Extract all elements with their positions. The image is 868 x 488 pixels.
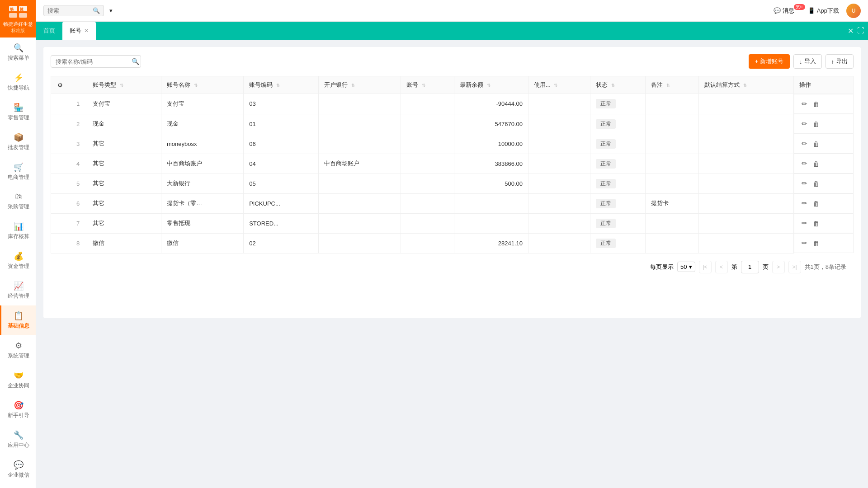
- basic-info-icon: 📋: [14, 311, 24, 321]
- delete-button[interactable]: 🗑: [811, 239, 821, 248]
- last-page-button[interactable]: >|: [788, 261, 801, 273]
- sidebar-item-basic-info[interactable]: 📋 基础信息: [0, 305, 36, 335]
- sidebar-item-new-guide[interactable]: 🎯 新手引导: [0, 395, 36, 425]
- sidebar-item-member[interactable]: 👥 畅会员: [0, 484, 36, 488]
- user-avatar[interactable]: U: [846, 4, 861, 18]
- table-search-icon[interactable]: 🔍: [132, 58, 139, 65]
- close-tab-icon[interactable]: ✕: [848, 27, 854, 35]
- next-page-button[interactable]: >: [772, 261, 785, 273]
- sidebar-item-system-mgmt[interactable]: ⚙ 系统管理: [0, 335, 36, 365]
- edit-button[interactable]: ✏: [800, 159, 809, 169]
- per-page-select[interactable]: 50 ▾: [677, 262, 695, 272]
- col-account-no[interactable]: 账号 ⇅: [401, 76, 454, 94]
- delete-button[interactable]: 🗑: [811, 219, 821, 228]
- header-search[interactable]: 🔍: [43, 5, 104, 16]
- content-area: 🔍 + 新增账号 ↓ 导入 ↑ 导出: [36, 40, 868, 488]
- tab-account[interactable]: 账号 ✕: [62, 22, 96, 40]
- sort-usage-icon: ⇅: [554, 83, 557, 88]
- delete-button[interactable]: 🗑: [811, 159, 821, 169]
- col-bank[interactable]: 开户银行 ⇅: [318, 76, 401, 94]
- table-row: 7 其它 零售抵现 STORED... 正常 ✏ 🗑: [51, 213, 854, 233]
- header-search-input[interactable]: [47, 7, 93, 14]
- app-download-button[interactable]: 📱 App下载: [808, 7, 839, 15]
- delete-button[interactable]: 🗑: [811, 139, 821, 149]
- add-account-button[interactable]: + 新增账号: [749, 54, 790, 69]
- sidebar-item-purchase-mgmt[interactable]: 🛍 采购管理: [0, 187, 36, 216]
- delete-button[interactable]: 🗑: [811, 179, 821, 188]
- row-status-cell: 正常: [590, 174, 646, 193]
- quick-nav-icon: ⚡: [14, 73, 24, 83]
- sidebar-item-label: 库存核算: [8, 233, 29, 240]
- row-action-cell: ✏ 🗑: [794, 233, 853, 253]
- col-default-settlement[interactable]: 默认结算方式 ⇅: [699, 76, 794, 94]
- sidebar-item-finance-mgmt[interactable]: 💰 资金管理: [0, 246, 36, 276]
- row-account-no-cell: [401, 174, 454, 193]
- row-name-cell: 中百商场账户: [161, 154, 243, 174]
- delete-button[interactable]: 🗑: [811, 199, 821, 208]
- import-button[interactable]: ↓ 导入: [793, 54, 822, 69]
- edit-button[interactable]: ✏: [800, 99, 809, 109]
- col-status[interactable]: 状态 ⇅: [590, 76, 646, 94]
- sidebar-item-inventory[interactable]: 📊 库存核算: [0, 216, 36, 246]
- sort-balance-icon: ⇅: [487, 83, 491, 88]
- row-name-cell: 零售抵现: [161, 213, 243, 233]
- sidebar-item-quick-nav[interactable]: ⚡ 快捷导航: [0, 67, 36, 97]
- col-balance[interactable]: 最新余额 ⇅: [454, 76, 528, 94]
- col-usage[interactable]: 使用... ⇅: [528, 76, 590, 94]
- tab-close-icon[interactable]: ✕: [84, 28, 89, 34]
- sidebar-item-label: 电商管理: [8, 174, 29, 181]
- sidebar-item-app-center[interactable]: 🔧 应用中心: [0, 425, 36, 455]
- edit-button[interactable]: ✏: [800, 119, 809, 129]
- row-code-cell: 03: [244, 94, 319, 114]
- edit-button[interactable]: ✏: [800, 139, 809, 149]
- col-settings: ⚙: [51, 76, 69, 94]
- table-settings-icon[interactable]: ⚙: [57, 82, 63, 89]
- first-page-button[interactable]: |<: [699, 261, 712, 273]
- sidebar-item-operations-mgmt[interactable]: 📈 经营管理: [0, 276, 36, 305]
- row-no-cell: 3: [69, 134, 87, 154]
- col-remark[interactable]: 备注 ⇅: [646, 76, 699, 94]
- search-wrap[interactable]: 🔍: [51, 55, 141, 68]
- sidebar-item-search-menu[interactable]: 🔍 搜索菜单: [0, 38, 36, 67]
- edit-button[interactable]: ✏: [800, 198, 809, 208]
- sidebar-item-ecommerce-mgmt[interactable]: 🛒 电商管理: [0, 157, 36, 187]
- sidebar-item-wholesale-mgmt[interactable]: 📦 批发管理: [0, 127, 36, 157]
- col-code[interactable]: 账号编码 ⇅: [244, 76, 319, 94]
- col-name[interactable]: 账号名称 ⇅: [161, 76, 243, 94]
- row-settings-cell: [51, 233, 69, 253]
- row-bank-cell: [318, 134, 401, 154]
- delete-button[interactable]: 🗑: [811, 99, 821, 109]
- row-settings-cell: [51, 114, 69, 134]
- per-page-value: 50: [680, 263, 687, 270]
- sidebar-item-enterprise-agreement[interactable]: 🤝 企业协同: [0, 365, 36, 395]
- expand-icon[interactable]: ⛶: [857, 27, 864, 35]
- prev-page-button[interactable]: <: [715, 261, 728, 273]
- row-action-cell: ✏ 🗑: [794, 134, 853, 154]
- col-type[interactable]: 账号类型 ⇅: [87, 76, 161, 94]
- page-number-input[interactable]: [741, 261, 759, 273]
- enterprise-icon: 🤝: [14, 371, 24, 380]
- sidebar-item-label: 快捷导航: [8, 84, 29, 92]
- row-remark-cell: 提货卡: [646, 193, 699, 213]
- row-settlement-cell: [699, 174, 794, 193]
- header-dropdown[interactable]: ▾: [109, 7, 113, 14]
- page-label: 第: [731, 263, 737, 271]
- sidebar-item-label: 零售管理: [8, 114, 29, 122]
- sidebar-item-enterprise-wechat[interactable]: 💬 企业微信: [0, 455, 36, 484]
- row-remark-cell: [646, 154, 699, 174]
- message-button[interactable]: 💬 消息 99+: [774, 7, 801, 15]
- sidebar-item-retail-mgmt[interactable]: 🏪 零售管理: [0, 97, 36, 127]
- delete-button[interactable]: 🗑: [811, 119, 821, 129]
- app-download-label: App下载: [817, 7, 839, 15]
- row-bank-cell: [318, 94, 401, 114]
- tab-home[interactable]: 首页: [36, 22, 62, 40]
- per-page-dropdown-icon: ▾: [689, 263, 692, 270]
- edit-button[interactable]: ✏: [800, 178, 809, 188]
- table-search-input[interactable]: [56, 58, 132, 65]
- sort-bank-icon: ⇅: [351, 83, 355, 88]
- export-button[interactable]: ↑ 导出: [826, 54, 854, 69]
- row-code-cell: PICKUPC...: [244, 193, 319, 213]
- dropdown-arrow-icon: ▾: [109, 7, 113, 14]
- edit-button[interactable]: ✏: [800, 218, 809, 228]
- edit-button[interactable]: ✏: [800, 238, 809, 248]
